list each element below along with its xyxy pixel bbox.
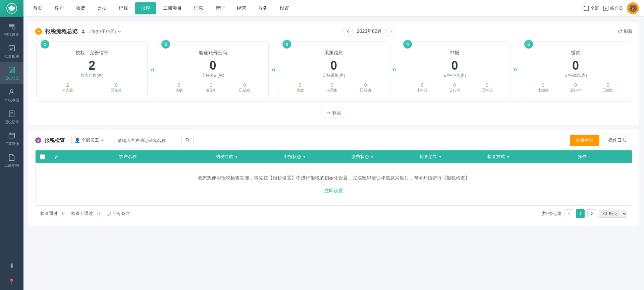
vip-button[interactable]: 畅会员	[603, 5, 623, 11]
step3-desc: 支持采集(家)	[285, 73, 382, 78]
per-page-select[interactable]: 30 条/页 50 条/页 100 条/页	[599, 210, 627, 218]
sidebar-item-tax-settings[interactable]: 报税设置	[0, 18, 23, 40]
search-input[interactable]	[114, 136, 181, 145]
nav-item-home[interactable]: 首页	[27, 0, 48, 17]
operation-log-button[interactable]: 操作日志	[602, 135, 632, 146]
nav-item-accounting[interactable]: 记账	[113, 0, 134, 17]
play-icon	[603, 6, 608, 11]
footer-note: 囧有备注	[106, 211, 130, 217]
next-month-button[interactable]	[386, 27, 395, 36]
chevron-up-icon	[326, 111, 331, 115]
flow-step-2: 2 验证账号密码 0 支持验证(家) 0 失败 0 验证中	[157, 41, 268, 98]
step3-stat-0: 0 失败	[297, 82, 304, 93]
flow-step-5: 5 缴款 0 支持缴款(家) 0 未缴款 0 进行中	[520, 41, 631, 98]
location-filter[interactable]: 上海(电子税局)	[81, 28, 121, 34]
step1-stat-1-val: 0	[111, 82, 122, 88]
th-filter-icon-4[interactable]: ▼	[438, 155, 442, 159]
step5-stat-1-val: 0	[570, 82, 581, 88]
fullscreen-button[interactable]: 全屏	[584, 5, 599, 11]
flow-header: + 报税流程总览 上海(电子税局) 2023年02月	[35, 27, 632, 36]
personal-tax-icon	[7, 87, 16, 97]
collapse-label: 收起	[332, 110, 341, 116]
step1-stat-0-val: 2	[62, 82, 73, 88]
note-label: 囧有备注	[112, 211, 130, 217]
th-filter-icon-2[interactable]: ▼	[303, 155, 306, 159]
fullscreen-label: 全屏	[590, 5, 599, 11]
step1-stat-1-label: 已完善	[111, 88, 122, 93]
next-page-button[interactable]	[587, 209, 596, 218]
step1-stat-0: 2 未完善	[62, 82, 73, 93]
step2-stat-1-label: 验证中	[206, 88, 217, 93]
sidebar-item-settlement[interactable]: 汇算清缴	[0, 128, 23, 149]
svg-rect-15	[13, 69, 14, 72]
tax-overview-icon	[7, 65, 16, 75]
step3-stat-0-label: 失败	[297, 88, 304, 93]
table-wrapper: 客户名称 纳税性质 ▼ 申报状态 ▼ 缴费状态 ▼ 检查	[35, 150, 632, 206]
nav-item-bills[interactable]: 票据	[91, 0, 113, 17]
prev-month-button[interactable]	[343, 27, 353, 36]
prev-page-button[interactable]	[565, 209, 573, 218]
svg-point-25	[82, 30, 84, 31]
search-icon	[185, 138, 190, 142]
nav-item-operation[interactable]: 经营	[231, 0, 252, 17]
current-page: 1	[576, 209, 585, 218]
sidebar-item-tax-settings-label: 报税设置	[4, 32, 19, 37]
refresh-icon	[618, 29, 622, 34]
nav-item-service[interactable]: 服务	[252, 0, 274, 17]
sidebar-item-tax-overview[interactable]: 报税总览	[0, 62, 23, 84]
step-arrow-1: »	[149, 65, 156, 74]
logo-icon	[6, 3, 17, 14]
setup-link[interactable]: 立即设置	[324, 188, 343, 193]
flow-title-icon: +	[35, 28, 42, 35]
refresh-button[interactable]: 刷新	[618, 28, 632, 34]
sidebar-item-personal-tax[interactable]: 个税申报	[0, 84, 23, 106]
avatar: 🐻	[627, 2, 639, 14]
step3-stat-2-label: 已成功	[360, 88, 371, 93]
step2-stat-0-val: 0	[175, 82, 183, 88]
table-footer: 检查通过：0 检查不通过：0 囧有备注 共0条记录 1	[35, 206, 632, 221]
sidebar-item-location[interactable]: 📍	[0, 274, 23, 290]
fail-val[interactable]: 0	[97, 211, 100, 216]
nav-item-fees[interactable]: 收费	[70, 0, 91, 17]
step2-badge: 2	[161, 40, 170, 49]
sidebar-item-tax-overview-label: 报税总览	[4, 76, 19, 80]
nav-item-tax[interactable]: 报税	[135, 2, 156, 14]
step4-stat-1-val: 0	[449, 82, 460, 88]
sidebar-item-annual-report[interactable]: 工商年报	[0, 149, 23, 171]
collapse-button[interactable]: 收起	[320, 108, 347, 118]
th-filter-icon-3[interactable]: ▼	[370, 155, 374, 159]
sidebar-item-download[interactable]: ⬇	[0, 258, 23, 274]
staff-filter[interactable]: 👤 全部员工	[71, 136, 107, 145]
step1-desc: 总客户数(家)	[43, 73, 141, 78]
nav-item-settings[interactable]: 设置	[274, 0, 295, 17]
fail-label: 检查不通过：	[71, 211, 97, 216]
nav-item-customer[interactable]: 客户	[48, 0, 70, 17]
pass-val[interactable]: 0	[62, 211, 64, 216]
nav-item-commerce[interactable]: 工商项目	[157, 0, 188, 17]
step5-count: 0	[527, 59, 624, 73]
check-header: ⊙ 报税检查 👤 全部员工 批量检查 操作日志	[35, 135, 632, 146]
settlement-icon	[7, 131, 16, 140]
th-gear[interactable]	[49, 150, 62, 163]
sidebar-item-tax-records[interactable]: 报税记录	[0, 106, 23, 128]
header-checkbox[interactable]	[40, 154, 45, 159]
nav-item-messages[interactable]: 消息	[188, 0, 209, 17]
flow-month: 2023年02月	[357, 28, 382, 34]
search-button[interactable]	[181, 136, 193, 145]
th-customer-name-label: 客户名称	[119, 154, 137, 160]
step4-stat-0-val: 0	[417, 82, 428, 88]
staff-filter-label: 全部员工	[82, 137, 99, 143]
th-filter-icon-5[interactable]: ▼	[506, 155, 510, 159]
step4-stat-2-label: 已申报	[482, 88, 493, 93]
th-filter-icon-1[interactable]: ▼	[234, 155, 238, 159]
step4-desc: 支持申报(家)	[406, 73, 503, 78]
step2-stat-1: 0 验证中	[206, 82, 217, 93]
nav-item-manage[interactable]: 管理	[209, 0, 231, 17]
th-checkbox[interactable]	[36, 150, 49, 163]
sidebar-item-batch-tax[interactable]: 批量报税	[0, 40, 23, 62]
step-arrow-2: »	[270, 65, 277, 74]
batch-check-button[interactable]: 批量检查	[570, 135, 599, 146]
step4-stat-2-val: 0	[482, 82, 493, 88]
check-title-icon: ⊙	[35, 137, 41, 143]
nav-items: 首页 客户 收费 票据 记账 报税 工商项目 消息 管理 经营 服务 设置	[23, 0, 584, 17]
